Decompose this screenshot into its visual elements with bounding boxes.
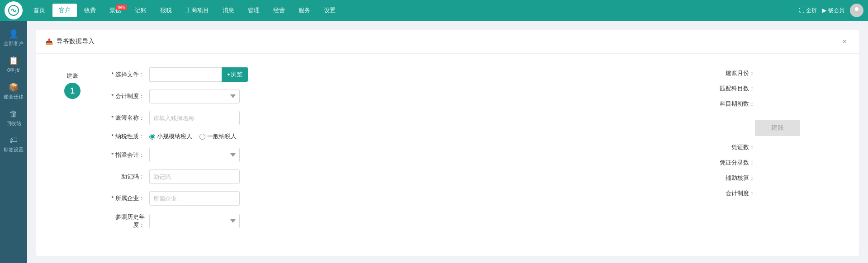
voucher-entries-row: 凭证分录数： (714, 159, 841, 167)
membership-button[interactable]: ▶ 畅会员 (822, 7, 844, 14)
form-section: * 选择文件： +浏览 * 会计制度： (109, 67, 696, 229)
accountant-label: * 指派会计： (109, 151, 145, 159)
memo-code-row: 助记码： (109, 169, 696, 184)
month-label: 建账月份： (714, 69, 755, 77)
nav-menu: 首页 客户 收费 票据 new 记账 报税 工商项目 消息 管理 经营 服务 设… (27, 4, 799, 17)
tax-small-scale-label: 小规模纳税人 (157, 132, 192, 141)
tax-general-radio[interactable]: 一般纳税人 (199, 132, 237, 141)
accounting-system-select[interactable] (149, 89, 240, 103)
nav-item-messages[interactable]: 消息 (216, 4, 241, 17)
panel-body: 建账 1 * 选择文件： +浏览 * 会计制度： (36, 54, 859, 243)
nav-item-settings[interactable]: 设置 (318, 4, 342, 17)
nav-item-tax[interactable]: 报税 (154, 4, 178, 17)
company-input[interactable] (149, 191, 240, 206)
match-subject-label: 匹配科目数： (714, 85, 755, 93)
nav-item-service[interactable]: 服务 (292, 4, 317, 17)
subject-init-label: 科目期初数： (714, 100, 755, 108)
tax-general-label: 一般纳税人 (207, 132, 237, 141)
close-button[interactable]: × (839, 36, 850, 47)
ledger-name-input[interactable] (149, 111, 240, 125)
main-layout: 👤 全部客户 📋 0申报 📦 账套迁移 🗑 回收站 🏷 标签设置 📤 导 (0, 21, 868, 263)
nav-item-invoice[interactable]: 票据 new (103, 4, 128, 17)
auxiliary-row: 辅助核算： (714, 174, 841, 182)
nav-right-area: ⛶ 全屏 ▶ 畅会员 (799, 4, 863, 17)
panel-title-text: 导爷数据导入 (57, 38, 95, 46)
tax-type-label: * 纳税性质： (109, 132, 145, 141)
subject-init-row: 科目期初数： (714, 100, 841, 108)
step-label: 建账 (66, 72, 78, 80)
nav-item-home[interactable]: 首页 (27, 4, 52, 17)
fullscreen-button[interactable]: ⛶ 全屏 (799, 7, 817, 14)
sidebar-item-all-customers[interactable]: 👤 全部客户 (0, 25, 27, 50)
sidebar-item-label-settings[interactable]: 🏷 标签设置 (0, 132, 27, 156)
nav-item-ledger[interactable]: 记账 (128, 4, 153, 17)
match-subject-row: 匹配科目数： (714, 85, 841, 93)
sidebar-item-recycle[interactable]: 🗑 回收站 (0, 106, 27, 130)
accounting-system-label: * 会计制度： (109, 92, 145, 100)
accountant-row: * 指派会计： (109, 148, 696, 162)
main-content: 📤 导爷数据导入 × 建账 1 * 选择文件： (27, 21, 868, 263)
fullscreen-icon: ⛶ (799, 7, 804, 14)
accounting-system-row: * 会计制度： (109, 89, 696, 103)
memo-code-input[interactable] (149, 169, 240, 184)
svg-point-1 (855, 7, 859, 11)
create-account-button[interactable]: 建账 (755, 120, 800, 136)
history-year-row: 参照历史年度： (109, 213, 696, 229)
file-label: * 选择文件： (109, 70, 145, 79)
create-btn-area: 建账 (714, 120, 841, 136)
memo-code-label: 助记码： (109, 173, 145, 181)
top-navigation: 首页 客户 收费 票据 new 记账 报税 工商项目 消息 管理 经营 服务 设… (0, 0, 868, 21)
nav-item-customer[interactable]: 客户 (52, 4, 77, 17)
declaration-icon: 📋 (9, 56, 19, 66)
sidebar-item-declaration[interactable]: 📋 0申报 (0, 52, 27, 77)
membership-icon: ▶ (822, 7, 826, 14)
sidebar: 👤 全部客户 📋 0申报 📦 账套迁移 🗑 回收站 🏷 标签设置 (0, 21, 27, 263)
file-row: * 选择文件： +浏览 (109, 67, 696, 82)
company-label: * 所属企业： (109, 194, 145, 202)
all-customers-icon: 👤 (9, 29, 19, 39)
label-settings-icon: 🏷 (9, 136, 18, 145)
import-panel: 📤 导爷数据导入 × 建账 1 * 选择文件： (36, 30, 859, 256)
sidebar-item-label-recycle: 回收站 (6, 121, 21, 127)
sidebar-item-label-all-customers: 全部客户 (4, 41, 24, 47)
import-icon: 📤 (45, 38, 53, 45)
panel-header: 📤 导爷数据导入 × (36, 30, 859, 54)
ledger-name-label: * 账簿名称： (109, 114, 145, 122)
info-section: 建账月份： 匹配科目数： 科目期初数： 建账 (714, 67, 841, 229)
accounting-system2-label: 会计制度： (714, 189, 755, 197)
tax-type-row: * 纳税性质： 小规模纳税人 一般纳税人 (109, 132, 696, 141)
file-input-wrap: +浏览 (149, 67, 248, 82)
sidebar-item-label-account-migration: 账套迁移 (4, 94, 24, 100)
history-year-label: 参照历史年度： (109, 213, 145, 229)
browse-button[interactable]: +浏览 (222, 67, 248, 82)
ledger-name-row: * 账簿名称： (109, 111, 696, 125)
voucher-count-label: 凭证数： (714, 143, 755, 151)
auxiliary-label: 辅助核算： (714, 174, 755, 182)
file-text-input[interactable] (149, 67, 222, 82)
recycle-icon: 🗑 (9, 109, 18, 119)
panel-title: 📤 导爷数据导入 (45, 38, 95, 46)
step-section: 建账 1 (54, 67, 90, 229)
accountant-select[interactable] (149, 148, 240, 162)
nav-item-business[interactable]: 工商项目 (179, 4, 215, 17)
app-logo[interactable] (5, 1, 23, 19)
accounting-system2-row: 会计制度： (714, 189, 841, 197)
sidebar-item-account-migration[interactable]: 📦 账套迁移 (0, 79, 27, 103)
tax-general-input[interactable] (199, 134, 205, 140)
sidebar-item-label-declaration: 0申报 (7, 67, 20, 73)
nav-item-manage[interactable]: 管理 (242, 4, 266, 17)
voucher-entries-label: 凭证分录数： (714, 159, 755, 167)
voucher-count-row: 凭证数： (714, 143, 841, 151)
nav-item-billing[interactable]: 收费 (78, 4, 102, 17)
account-migration-icon: 📦 (9, 82, 19, 92)
nav-item-operation[interactable]: 经营 (267, 4, 291, 17)
user-avatar[interactable] (850, 4, 863, 17)
tax-small-scale-radio[interactable]: 小规模纳税人 (149, 132, 192, 141)
sidebar-item-label-label-settings: 标签设置 (4, 147, 24, 153)
step-circle: 1 (64, 83, 81, 99)
tax-type-radio-group: 小规模纳税人 一般纳税人 (149, 132, 237, 141)
history-year-select[interactable] (149, 214, 240, 228)
company-row: * 所属企业： (109, 191, 696, 206)
tax-small-scale-input[interactable] (149, 134, 155, 140)
month-row: 建账月份： (714, 69, 841, 77)
